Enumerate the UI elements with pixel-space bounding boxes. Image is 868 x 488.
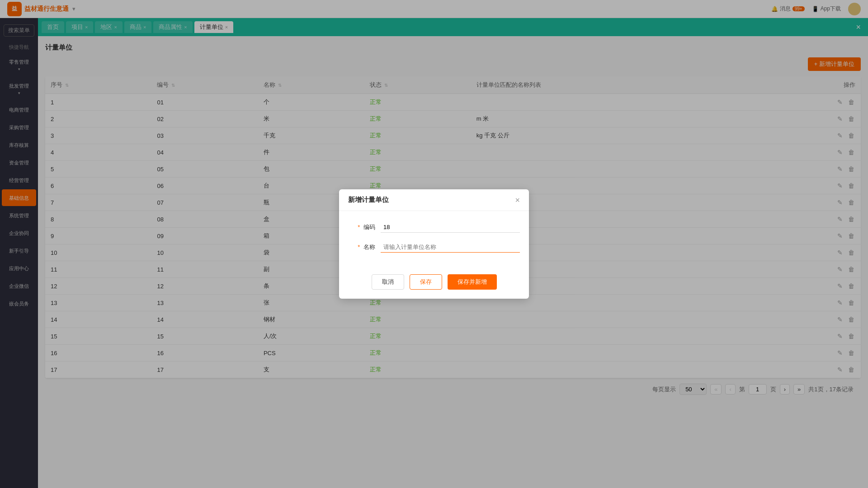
modal-footer: 取消 保存 保存并新增 <box>339 269 529 299</box>
cancel-button[interactable]: 取消 <box>372 274 404 290</box>
modal-header: 新增计量单位 × <box>339 189 529 211</box>
name-label: * 名称 <box>348 243 375 251</box>
code-input[interactable] <box>381 222 520 233</box>
modal-title: 新增计量单位 <box>348 196 389 204</box>
form-row-code: * 编码 <box>348 222 520 233</box>
save-and-new-button[interactable]: 保存并新增 <box>448 274 497 290</box>
form-row-name: * 名称 <box>348 242 520 253</box>
add-unit-modal: 新增计量单位 × * 编码 * 名称 <box>339 189 529 299</box>
save-button[interactable]: 保存 <box>410 274 442 290</box>
name-input[interactable] <box>381 242 520 253</box>
modal-overlay[interactable]: 新增计量单位 × * 编码 * 名称 <box>0 0 868 488</box>
modal-body: * 编码 * 名称 <box>339 211 529 269</box>
required-star-name: * <box>358 244 360 250</box>
required-star-code: * <box>358 224 360 230</box>
code-label: * 编码 <box>348 223 375 231</box>
app-container: 益 益材通行生意通 ▾ 🔔 消息 99+ 📱 App下载 搜索菜单 <box>0 0 868 488</box>
modal-close-button[interactable]: × <box>515 196 520 204</box>
